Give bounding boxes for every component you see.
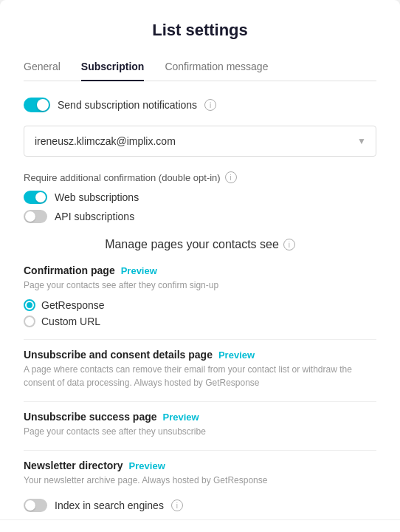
web-subscriptions-row: Web subscriptions — [24, 191, 376, 204]
divider-1 — [24, 339, 376, 340]
footer: Cancel Save subscription settings — [0, 519, 400, 532]
confirmation-page-section: Confirmation page Preview Page your cont… — [24, 265, 376, 327]
tabs: General Subscription Confirmation messag… — [24, 53, 376, 81]
send-notifications-row: Send subscription notifications i — [24, 98, 376, 112]
api-subscriptions-toggle[interactable] — [24, 210, 47, 223]
send-notifications-info-icon[interactable]: i — [204, 99, 216, 111]
confirmation-page-desc: Page your contacts see after they confir… — [24, 279, 376, 292]
divider-3 — [24, 450, 376, 451]
send-notifications-toggle[interactable] — [24, 98, 50, 112]
index-search-engines-label: Index in search engines — [55, 499, 164, 511]
unsubscribe-success-desc: Page your contacts see after they unsubs… — [24, 425, 376, 438]
newsletter-directory-title-row: Newsletter directory Preview — [24, 460, 376, 471]
unsubscribe-consent-desc: A page where contacts can remove their e… — [24, 363, 376, 389]
newsletter-directory-desc: Your newsletter archive page. Always hos… — [24, 474, 376, 487]
index-search-engines-toggle[interactable] — [24, 499, 47, 512]
api-subscriptions-row: API subscriptions — [24, 210, 376, 223]
email-select-wrap: ireneusz.klimczak@implix.com ▼ — [24, 126, 376, 157]
unsubscribe-consent-section: Unsubscribe and consent details page Pre… — [24, 349, 376, 389]
radio-getresponse-label: GetResponse — [41, 299, 105, 311]
confirmation-page-title-row: Confirmation page Preview — [24, 265, 376, 276]
index-toggle-thumb — [25, 500, 35, 511]
require-confirmation-row: Require additional confirmation (double … — [24, 171, 376, 183]
modal-title: List settings — [0, 0, 400, 40]
web-subscriptions-label: Web subscriptions — [55, 191, 139, 203]
confirmation-page-preview-link[interactable]: Preview — [121, 265, 157, 276]
newsletter-directory-preview-link[interactable]: Preview — [129, 460, 165, 471]
newsletter-directory-section: Newsletter directory Preview Your newsle… — [24, 460, 376, 487]
tab-subscription[interactable]: Subscription — [81, 53, 145, 81]
require-confirmation-info-icon[interactable]: i — [225, 171, 237, 183]
content-area: Send subscription notifications i ireneu… — [0, 81, 400, 519]
send-notifications-label: Send subscription notifications — [58, 99, 197, 111]
api-toggle-thumb — [25, 211, 35, 222]
web-subscriptions-toggle[interactable] — [24, 191, 47, 204]
toggle-thumb — [37, 99, 49, 111]
manage-pages-info-icon[interactable]: i — [283, 239, 295, 250]
radio-custom-url-label: Custom URL — [41, 316, 100, 327]
email-select[interactable]: ireneusz.klimczak@implix.com — [24, 126, 376, 157]
index-search-engines-info-icon[interactable]: i — [171, 499, 183, 511]
tab-general[interactable]: General — [24, 53, 61, 81]
modal: List settings General Subscription Confi… — [0, 0, 400, 532]
index-search-engines-row: Index in search engines i — [24, 499, 376, 512]
radio-getresponse-row: GetResponse — [24, 299, 376, 311]
unsubscribe-success-section: Unsubscribe success page Preview Page yo… — [24, 411, 376, 438]
web-toggle-thumb — [35, 192, 46, 202]
manage-pages-heading: Manage pages your contacts see i — [24, 238, 376, 251]
unsubscribe-consent-preview-link[interactable]: Preview — [218, 349, 255, 361]
radio-getresponse[interactable] — [24, 299, 35, 311]
unsubscribe-consent-title-row: Unsubscribe and consent details page Pre… — [24, 349, 376, 361]
radio-custom-url-row: Custom URL — [24, 316, 376, 327]
unsubscribe-success-preview-link[interactable]: Preview — [163, 412, 199, 423]
radio-custom-url[interactable] — [24, 316, 35, 327]
divider-2 — [24, 401, 376, 402]
unsubscribe-success-title-row: Unsubscribe success page Preview — [24, 411, 376, 423]
api-subscriptions-label: API subscriptions — [55, 211, 134, 222]
tab-confirmation-message[interactable]: Confirmation message — [165, 53, 268, 81]
